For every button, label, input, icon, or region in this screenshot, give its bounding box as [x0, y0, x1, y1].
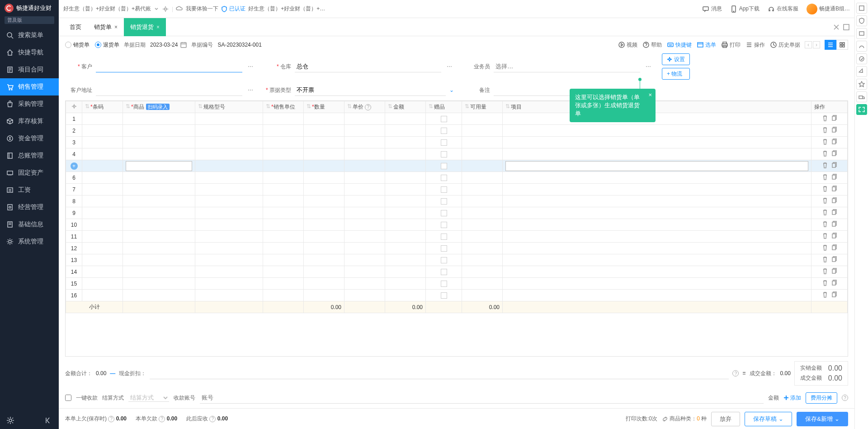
- tab-1[interactable]: 销货单×: [88, 18, 124, 36]
- gift-checkbox[interactable]: [441, 245, 447, 252]
- tab-close-icon[interactable]: ×: [114, 24, 118, 30]
- delete-row-icon[interactable]: [822, 233, 828, 239]
- breadcrumb[interactable]: 好生意（普）+好业财（普）+易代账: [63, 5, 151, 13]
- gift-checkbox[interactable]: [441, 151, 447, 157]
- next-record-button[interactable]: ›: [813, 41, 820, 48]
- rail-btn-5[interactable]: [856, 53, 867, 64]
- copy-row-icon[interactable]: [831, 233, 837, 239]
- copy-row-icon[interactable]: [831, 291, 837, 298]
- save-draft-button[interactable]: 保存草稿 ⌄: [745, 412, 792, 426]
- settings-icon[interactable]: [6, 416, 14, 424]
- add-row-icon[interactable]: +: [71, 162, 78, 170]
- delete-row-icon[interactable]: [822, 197, 828, 204]
- gift-checkbox[interactable]: [441, 210, 447, 216]
- toolbar-ops-button[interactable]: 操作: [746, 41, 765, 49]
- col-price[interactable]: ⇅单价 ?: [344, 101, 385, 113]
- col-amount[interactable]: ⇅金额: [385, 101, 426, 113]
- save-new-button[interactable]: 保存&新增 ⌄: [797, 412, 848, 426]
- toolbar-play-button[interactable]: 视频: [618, 41, 637, 49]
- gift-checkbox[interactable]: [441, 292, 447, 299]
- delete-row-icon[interactable]: [822, 256, 828, 262]
- sidebar-item-0[interactable]: 搜索菜单: [0, 27, 59, 44]
- prev-record-button[interactable]: ‹: [805, 41, 812, 48]
- rail-btn-2[interactable]: [856, 15, 867, 26]
- table-row[interactable]: 11: [66, 231, 848, 243]
- table-row[interactable]: 2: [66, 125, 848, 137]
- table-row[interactable]: 6: [66, 172, 848, 184]
- col-gift[interactable]: ⇅赠品: [426, 101, 462, 113]
- sidebar-item-10[interactable]: 经营管理: [0, 199, 59, 216]
- copy-row-icon[interactable]: [831, 209, 837, 215]
- onekey-checkbox[interactable]: [65, 395, 71, 401]
- project-cell-input[interactable]: [505, 161, 808, 171]
- view-grid-button[interactable]: [836, 40, 848, 50]
- sidebar-item-3[interactable]: 销售管理: [0, 78, 59, 95]
- gift-checkbox[interactable]: [441, 222, 447, 228]
- app-download-link[interactable]: App下载: [730, 5, 760, 13]
- help-icon[interactable]: ?: [108, 416, 114, 422]
- rail-btn-4[interactable]: [856, 41, 867, 52]
- copy-row-icon[interactable]: [831, 268, 837, 274]
- help-icon[interactable]: ?: [159, 416, 165, 422]
- chevron-down-icon[interactable]: [154, 6, 159, 12]
- copy-row-icon[interactable]: [831, 280, 837, 286]
- table-row[interactable]: 10: [66, 219, 848, 231]
- sidebar-item-11[interactable]: 基础信息: [0, 216, 59, 233]
- help-icon[interactable]: ?: [209, 416, 216, 422]
- settle-method-select[interactable]: 结算方式: [128, 394, 169, 402]
- tooltip-close-button[interactable]: ×: [648, 91, 652, 98]
- col-avail[interactable]: ⇅可用量: [462, 101, 503, 113]
- help-icon[interactable]: ?: [365, 104, 371, 110]
- rail-btn-7[interactable]: [856, 79, 867, 90]
- sidebar-item-7[interactable]: 总账管理: [0, 147, 59, 164]
- invoice-input[interactable]: [295, 84, 446, 96]
- table-row[interactable]: 15: [66, 278, 848, 290]
- toolbar-history-button[interactable]: 历史单据: [770, 41, 800, 49]
- col-project[interactable]: ⇅项目: [503, 101, 811, 113]
- copy-row-icon[interactable]: [831, 127, 837, 133]
- sidebar-item-4[interactable]: 采购管理: [0, 95, 59, 113]
- toolbar-print-button[interactable]: 打印: [722, 41, 741, 49]
- breadcrumb-2[interactable]: 好生意（普）+好业财（普）+…: [248, 5, 325, 13]
- delete-row-icon[interactable]: [822, 244, 828, 251]
- user-menu[interactable]: 畅捷通B组…: [807, 4, 850, 14]
- settings-button[interactable]: 设置: [662, 53, 690, 65]
- delete-row-icon[interactable]: [822, 280, 828, 286]
- delete-row-icon[interactable]: [822, 209, 828, 215]
- gear-icon[interactable]: [162, 5, 169, 13]
- sidebar-item-2[interactable]: 项目合同: [0, 61, 59, 78]
- rail-btn-6[interactable]: [856, 66, 867, 77]
- table-row[interactable]: 3: [66, 137, 848, 148]
- gift-checkbox[interactable]: [441, 175, 447, 181]
- gift-checkbox[interactable]: [441, 198, 447, 205]
- expand-icon[interactable]: [843, 24, 850, 31]
- sidebar-item-8[interactable]: 固定资产: [0, 164, 59, 181]
- delete-row-icon[interactable]: [822, 127, 828, 133]
- table-row[interactable]: 9: [66, 207, 848, 219]
- col-barcode[interactable]: ⇅*条码: [82, 101, 123, 113]
- delete-row-icon[interactable]: [822, 291, 828, 298]
- sidebar-item-5[interactable]: 库存核算: [0, 113, 59, 130]
- toolbar-kbd-button[interactable]: 快捷键: [667, 41, 692, 49]
- table-row[interactable]: 14: [66, 266, 848, 278]
- table-row[interactable]: 7: [66, 184, 848, 195]
- sidebar-item-12[interactable]: 系统管理: [0, 233, 59, 250]
- address-lookup-button[interactable]: ⋯: [246, 87, 255, 93]
- copy-row-icon[interactable]: [831, 186, 837, 192]
- gift-checkbox[interactable]: [441, 281, 447, 287]
- delete-row-icon[interactable]: [822, 221, 828, 227]
- date-input[interactable]: 2023-03-24: [150, 42, 187, 48]
- rail-btn-8[interactable]: [856, 91, 867, 102]
- delete-row-icon[interactable]: [822, 162, 828, 168]
- gift-checkbox[interactable]: [441, 257, 447, 263]
- account-input[interactable]: [200, 392, 764, 404]
- customer-lookup-button[interactable]: ⋯: [246, 63, 255, 70]
- help-icon[interactable]: ?: [842, 395, 848, 401]
- table-row[interactable]: 13: [66, 254, 848, 266]
- sidebar-item-1[interactable]: 快捷导航: [0, 44, 59, 61]
- radio-return[interactable]: 退货单: [95, 41, 119, 49]
- delete-row-icon[interactable]: [822, 150, 828, 157]
- warehouse-input[interactable]: [295, 61, 441, 72]
- cash-discount-input[interactable]: [150, 367, 729, 379]
- help-icon[interactable]: ?: [732, 370, 739, 377]
